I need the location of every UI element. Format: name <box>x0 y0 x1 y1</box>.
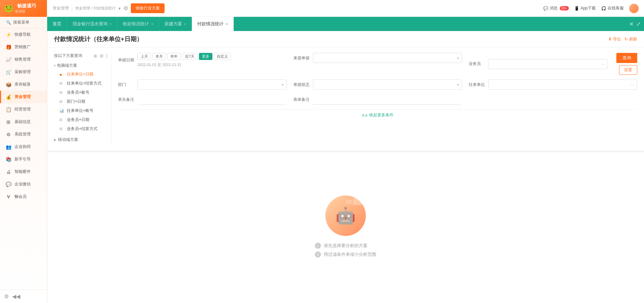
sidebar-item-system[interactable]: ⚙ 系统管理 <box>0 128 47 141</box>
online-service-item[interactable]: 🎧 在线客服 <box>601 5 624 11</box>
sidebar-item-marketing[interactable]: 🎁 营销推广 <box>0 41 47 53</box>
counterparty-select[interactable]: ··· <box>488 80 637 90</box>
user-avatar[interactable] <box>629 4 639 13</box>
mobile-group-label: 移动端方案 <box>58 137 78 143</box>
scheme-settings-icon[interactable]: ⚙ <box>99 53 104 59</box>
scheme-item-4[interactable]: 📊 往来单位+账号 <box>54 106 108 115</box>
body-remark-input[interactable] <box>313 94 462 104</box>
mobile-group-arrow: ▶ <box>54 138 57 142</box>
sidebar-item-sales[interactable]: 📈 销售管理 <box>0 53 47 66</box>
collapse-bar[interactable]: ∧∧ 收起更多条件 <box>118 109 637 121</box>
hardware-label: 智能硬件 <box>14 169 31 175</box>
scheme-icon-1: ⊞ <box>59 81 65 86</box>
notifications-badge: 99+ <box>560 6 569 10</box>
app-download-item[interactable]: 📱 App下载 <box>574 5 596 11</box>
counterparty-label: 往来单位 <box>469 82 486 88</box>
sidebar-item-guide[interactable]: 📚 新手引导 <box>0 153 47 165</box>
tab-cashbank[interactable]: 现金银行流水查询 × <box>67 17 117 31</box>
sidebar-item-finance[interactable]: 💰 资金管理 <box>0 91 47 103</box>
scheme-icon-4: 📊 <box>59 109 65 113</box>
date-btn-custom[interactable]: 自定义 <box>214 53 231 60</box>
notifications-item[interactable]: 💬 消息 99+ <box>543 5 569 11</box>
settings-btn[interactable]: 设置 <box>619 65 637 75</box>
tab-cashbank-label: 现金银行流水查询 <box>72 21 108 27</box>
filter-row-1: 单据日期 上月 本月 本年 近7天 更多 自定义 2022-01-01 至 20… <box>118 53 637 75</box>
tab-close-all-icon[interactable]: ✕ <box>629 21 634 27</box>
date-btn-this-year[interactable]: 本年 <box>167 53 181 60</box>
date-btn-this-month[interactable]: 本月 <box>152 53 166 60</box>
scheme-item-3[interactable]: ⊞ 部门+日期 <box>54 97 108 106</box>
guide-icon: 📚 <box>5 157 12 162</box>
scheme-add-icon[interactable]: ⊕ <box>93 53 97 59</box>
filter-dept: 部门 ▾ <box>118 80 287 90</box>
scheme-item-2[interactable]: ⊞ 业务员+账号 <box>54 88 108 97</box>
scheme-item-1[interactable]: ⊞ 往来单位+结算方式 <box>54 79 108 88</box>
scheme-item-label-4: 往来单位+账号 <box>67 108 93 114</box>
sidebar-item-wechat[interactable]: 💬 企业微信 <box>0 178 47 190</box>
tab-payments[interactable]: 付款情况统计 × <box>192 17 233 31</box>
scheme-item-5[interactable]: ⊞ 业务员+日期 <box>54 115 108 124</box>
date-range-display: 2022-01-01 至 2022-12-31 <box>138 62 231 67</box>
voucher-status-select[interactable]: ▾ <box>313 80 462 90</box>
search-menu-item[interactable]: 🔍 搜索菜单 <box>0 17 47 28</box>
empty-area: 🤖 1 请先选择要分析的方案 2 用过滤条件来缩小分析范围 <box>47 152 644 303</box>
sidebar-item-inventory[interactable]: 📦 库存核算 <box>0 78 47 91</box>
quick-nav-label: 快捷导航 <box>14 32 31 37</box>
trial-btn[interactable]: 体验行业方案 <box>131 3 165 13</box>
desktop-group-header[interactable]: ▾ 电脑端方案 <box>54 61 108 70</box>
tab-receipts[interactable]: 收款情况统计 × <box>117 17 159 31</box>
tabbar: 首页 现金银行流水查询 × 收款情况统计 × 新建方案 × 付款情况统计 × ✕… <box>47 17 644 31</box>
salesman-select[interactable]: ··· <box>488 59 608 69</box>
refresh-btn[interactable]: ↻ 刷新 <box>624 36 637 42</box>
filter-body-remark: 表体备注 <box>293 94 462 104</box>
tab-payments-close[interactable]: × <box>226 22 228 26</box>
scheme-item-0[interactable]: ● 往来单位+日期 <box>54 70 108 79</box>
date-buttons: 上月 本月 本年 近7天 更多 自定义 <box>138 53 231 60</box>
tab-receipts-close[interactable]: × <box>151 22 153 26</box>
topbar-chevron-icon[interactable]: ▾ <box>118 6 121 11</box>
tab-new-scheme[interactable]: 新建方案 × <box>159 17 192 31</box>
settings-bottom-icon[interactable]: ⚙ <box>4 293 9 300</box>
sales-label: 销售管理 <box>14 57 31 62</box>
date-btn-more[interactable]: 更多 <box>199 53 212 60</box>
sidebar-item-collab[interactable]: 👥 企业协同 <box>0 141 47 153</box>
desktop-group-arrow: ▾ <box>54 64 56 67</box>
mobile-group-header[interactable]: ▶ 移动端方案 <box>54 135 108 144</box>
tab-home[interactable]: 首页 <box>47 17 67 31</box>
head-remark-input[interactable] <box>138 94 287 104</box>
empty-tip-1: 1 请先选择要分析的方案 <box>315 243 376 249</box>
tab-cashbank-close[interactable]: × <box>110 22 112 26</box>
topbar-gear-icon[interactable]: ⚙ <box>123 5 128 11</box>
counterparty-dots: ··· <box>631 82 634 87</box>
tabbar-actions: ✕ ⤢ <box>626 21 644 27</box>
export-btn[interactable]: ⬆ 导出 <box>608 36 621 42</box>
source-select-arrow: ▾ <box>457 56 459 60</box>
sidebar-nav: ⚡ 快捷导航 🎁 营销推广 📈 销售管理 🛒 采购管理 📦 库存核算 💰 资金管… <box>0 28 47 290</box>
scheme-collapse-icon[interactable]: ⟨ <box>106 53 108 59</box>
sidebar-item-basic[interactable]: ⊞ 基础信息 <box>0 116 47 128</box>
scheme-item-label-6: 业务员+结算方式 <box>67 126 97 132</box>
voucher-status-label: 单据状态 <box>293 82 310 88</box>
filter-row-3: 表头备注 表体备注 <box>118 94 637 104</box>
empty-robot-icon: 🤖 <box>335 206 356 225</box>
sidebar-item-quick-nav[interactable]: ⚡ 快捷导航 <box>0 28 47 41</box>
filter-voucher-status: 单据状态 ▾ <box>293 80 462 90</box>
scheme-item-6[interactable]: ⊞ 业务员+结算方式 <box>54 124 108 133</box>
collapse-sidebar-icon[interactable]: ◀◀ <box>12 293 20 300</box>
tab-new-scheme-close[interactable]: × <box>184 22 186 26</box>
tab-maximize-icon[interactable]: ⤢ <box>636 21 641 27</box>
source-select[interactable]: ▾ <box>313 53 462 63</box>
filter-panel: 单据日期 上月 本月 本年 近7天 更多 自定义 2022-01-01 至 20… <box>118 53 637 145</box>
sidebar-item-purchase[interactable]: 🛒 采购管理 <box>0 66 47 78</box>
query-btn[interactable]: 查询 <box>616 53 637 63</box>
sidebar-item-management[interactable]: 📋 经营管理 <box>0 103 47 116</box>
app-download-label: App下载 <box>581 5 596 11</box>
sidebar-item-member[interactable]: V 畅会员 <box>0 190 47 203</box>
sidebar-item-hardware[interactable]: 🖨 智能硬件 <box>0 165 47 178</box>
management-icon: 📋 <box>5 107 12 112</box>
dept-select[interactable]: ▾ <box>138 80 287 90</box>
scheme-icon-3: ⊞ <box>59 99 65 104</box>
date-btn-last-month[interactable]: 上月 <box>138 53 151 60</box>
purchase-label: 采购管理 <box>14 69 31 75</box>
date-btn-7days[interactable]: 近7天 <box>182 53 198 60</box>
